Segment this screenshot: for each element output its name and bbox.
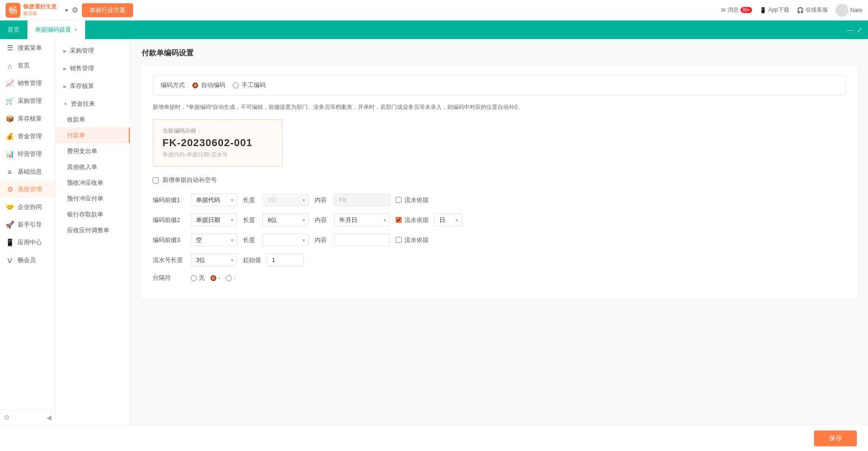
sidebar-item-guide[interactable]: 🚀 新手引导: [0, 216, 55, 234]
sep-dot2-option[interactable]: ·: [226, 275, 236, 282]
sidebar-finance-label: 资金管理: [18, 132, 42, 141]
prefix3-select[interactable]: 空 单据代码 单据日期: [191, 234, 237, 246]
workspace-dropdown[interactable]: ▾: [65, 7, 68, 13]
prefix3-select-wrapper: 空 单据代码 单据日期: [191, 234, 237, 246]
service-icon: 🎧: [797, 7, 804, 13]
group-sales-label: 销售管理: [70, 64, 94, 73]
sidebar-business-label: 经营管理: [18, 150, 42, 158]
auto-code-radio[interactable]: [192, 82, 198, 88]
sidebar-item-appstore[interactable]: 📱 应用中心: [0, 234, 55, 251]
separator-options: 无 - ·: [191, 274, 236, 282]
message-icon: ✉: [721, 7, 726, 13]
app-download-label: App下载: [768, 6, 789, 14]
online-service-button[interactable]: 🎧 在线客服: [797, 6, 828, 14]
prefix2-unit-select[interactable]: 日 月 年: [434, 214, 462, 226]
separator-row: 分隔符 无 - ·: [153, 274, 846, 282]
member-icon: V: [6, 256, 14, 264]
bottom-settings-icon[interactable]: ⚙: [4, 414, 10, 421]
sidebar-item-system[interactable]: ⚙ 系统管理: [0, 181, 55, 198]
serial-length-select[interactable]: 3位 4位 5位 6位: [191, 254, 237, 266]
prefix2-content-select[interactable]: 年月日 年月 年: [334, 214, 390, 226]
prefix3-length-select[interactable]: [262, 234, 309, 246]
sub-item-receipt[interactable]: 收款单: [56, 112, 130, 128]
group-inventory-header[interactable]: ▶ 库存核算: [56, 78, 130, 94]
sub-item-income[interactable]: 其他收入单: [56, 159, 130, 175]
arrow-icon: ▶: [63, 84, 67, 89]
sep-none-radio[interactable]: [191, 275, 197, 281]
preview-value: FK-20230602-001: [162, 137, 273, 149]
sidebar-item-member[interactable]: V 畅会员: [0, 251, 55, 269]
sidebar-item-enterprise[interactable]: 🤝 企业协同: [0, 198, 55, 216]
prefix2-length-select[interactable]: 8位 4位 6位: [262, 214, 309, 226]
prefix2-unit-wrapper: 日 月 年: [434, 214, 462, 226]
app-download-button[interactable]: 📱 App下载: [760, 6, 789, 14]
prefix2-select-wrapper: 单据日期 单据代码 空: [191, 214, 237, 226]
group-sales-header[interactable]: ▶ 销售管理: [56, 61, 130, 76]
tab-home[interactable]: 首页: [0, 20, 27, 39]
topbar-controls: ▾ ⚙ 体验行业方案: [65, 3, 133, 17]
sep-dot2-radio[interactable]: [226, 275, 232, 281]
sidebar-item-search[interactable]: ☰ 搜索菜单: [0, 39, 55, 57]
sidebar-item-home[interactable]: ⌂ 首页: [0, 57, 55, 74]
group-purchase-header[interactable]: ▶ 采购管理: [56, 43, 130, 59]
prefix3-serial-checkbox[interactable]: [396, 237, 402, 243]
bottom-collapse-icon[interactable]: ◀: [47, 414, 52, 421]
minimize-icon[interactable]: —: [847, 26, 853, 34]
serial-length-label: 流水号长度: [153, 256, 185, 264]
group-fund-header[interactable]: ▼ 资金往来: [56, 96, 130, 112]
settings-icon[interactable]: ⚙: [72, 6, 78, 14]
message-button[interactable]: ✉ 消息 99+: [721, 6, 752, 14]
sales-icon: 📈: [6, 79, 14, 88]
sub-item-pre-receipt[interactable]: 预收冲应收单: [56, 175, 130, 191]
group-inventory: ▶ 库存核算: [56, 78, 130, 94]
encoding-radio-group: 自动编码 手工编码: [192, 81, 266, 89]
manual-code-radio[interactable]: [233, 82, 239, 88]
sep-none-option[interactable]: 无: [191, 274, 205, 282]
sep-dot-option[interactable]: -: [210, 275, 220, 282]
tab-settings[interactable]: 单据编码设置 ×: [27, 20, 85, 39]
sidebar-item-sales[interactable]: 📈 销售管理: [0, 74, 55, 92]
guide-icon: 🚀: [6, 221, 14, 229]
auto-fill-checkbox[interactable]: [153, 177, 159, 183]
maximize-icon[interactable]: ⤢: [857, 26, 862, 34]
prefix2-serial-checkbox[interactable]: [396, 217, 402, 223]
sidebar-item-basic[interactable]: ≡ 基础信息: [0, 163, 55, 181]
trial-button[interactable]: 体验行业方案: [82, 3, 133, 17]
prefix3-content-input[interactable]: [334, 234, 390, 246]
home-icon: ⌂: [6, 61, 14, 70]
group-sales: ▶ 销售管理: [56, 61, 130, 76]
content-inner: 编码方式 自动编码 手工编码 新增单据时，*单据编码*自动生成，不可编辑，前缀设…: [141, 66, 857, 299]
sub-item-bank[interactable]: 银行存取款单: [56, 207, 130, 222]
prefix1-serial-checkbox[interactable]: [396, 197, 402, 203]
preview-desc: 单据代码-单据日期-流水号: [162, 151, 273, 159]
message-badge: 99+: [740, 7, 752, 13]
sub-item-pre-payment[interactable]: 预付冲应付单: [56, 191, 130, 207]
prefix2-select[interactable]: 单据日期 单据代码 空: [191, 214, 237, 226]
sidebar-item-purchase[interactable]: 🛒 采购管理: [0, 92, 55, 110]
sidebar-inventory-label: 库存核算: [18, 114, 42, 123]
message-label: 消息: [727, 6, 739, 14]
sep-dot-radio[interactable]: [210, 275, 216, 281]
sidebar-enterprise-label: 企业协同: [18, 203, 42, 211]
user-area[interactable]: Nare: [835, 4, 862, 17]
sidebar-item-finance[interactable]: 💰 资金管理: [0, 128, 55, 145]
prefix3-serial-group: 流水依据: [396, 236, 429, 244]
sidebar-member-label: 畅会员: [18, 256, 36, 264]
tab-close-icon[interactable]: ×: [74, 27, 77, 33]
start-value-input[interactable]: [267, 254, 304, 266]
topbar-left: 畅 畅捷通好生意 旗品版 ▾ ⚙ 体验行业方案: [6, 3, 133, 18]
sidebar-item-inventory[interactable]: 📦 库存核算: [0, 110, 55, 128]
save-button[interactable]: 保存: [814, 431, 857, 446]
sidebar-item-business[interactable]: 📊 经营管理: [0, 145, 55, 163]
sidebar: ☰ 搜索菜单 ⌂ 首页 📈 销售管理 🛒 采购管理 📦 库存核算 💰 资金管理 …: [0, 39, 56, 425]
finance-icon: 💰: [6, 132, 14, 141]
sub-item-expense[interactable]: 费用支出单: [56, 143, 130, 159]
prefix1-select[interactable]: 单据代码 单据日期 空: [191, 194, 237, 206]
prefix1-length-select[interactable]: 2位: [262, 194, 309, 206]
prefix3-length-label: 长度: [243, 236, 257, 244]
sub-item-adjust[interactable]: 应收应付调整单: [56, 222, 130, 238]
sub-item-payment[interactable]: 付款单: [56, 128, 130, 143]
manual-code-option[interactable]: 手工编码: [233, 81, 266, 89]
auto-code-option[interactable]: 自动编码: [192, 81, 225, 89]
workspace-name: ▾: [65, 7, 68, 13]
